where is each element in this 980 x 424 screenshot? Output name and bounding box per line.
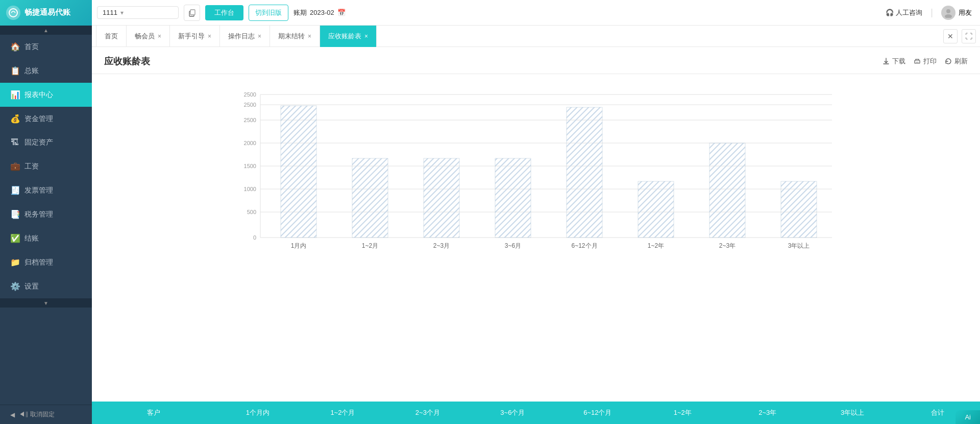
tab-ar-aging[interactable]: 应收账龄表 × [320, 26, 377, 47]
tab-guide-label: 新手引导 [178, 32, 205, 41]
user-area[interactable]: 用友 [941, 6, 972, 20]
sidebar-label-settings: 设置 [24, 282, 39, 291]
headset-icon: 🎧 [886, 9, 894, 16]
ai-badge[interactable]: Ai [955, 410, 980, 424]
sidebar-item-settings[interactable]: ⚙️ 设置 [0, 274, 92, 298]
checkout-icon: ✅ [10, 233, 19, 243]
invoice-icon: 🧾 [10, 185, 19, 195]
sidebar-label-fund: 资金管理 [24, 114, 53, 124]
print-button[interactable]: 打印 [914, 57, 937, 66]
page-actions: 下载 打印 刷新 [883, 57, 968, 66]
tab-ar-aging-close[interactable]: × [364, 33, 368, 39]
report-icon: 📊 [10, 90, 19, 100]
sidebar: ▲ 🏠 首页 📋 总账 📊 报表中心 💰 资金管理 🏗 固定资产 💼 工资 🧾 … [0, 26, 92, 424]
chevron-down-icon: ▾ [120, 9, 124, 16]
svg-point-3 [946, 9, 950, 13]
logo-icon [6, 6, 20, 20]
tab-period-end[interactable]: 期末结转 × [270, 26, 320, 47]
sidebar-scroll-down[interactable]: ▼ [0, 298, 92, 308]
company-selector[interactable]: 1111 ▾ [97, 6, 179, 19]
close-all-button[interactable]: ✕ [943, 29, 958, 43]
svg-text:1~2月: 1~2月 [362, 242, 378, 249]
col-2-3m: 2~3个月 [385, 408, 470, 417]
cancel-fixed-button[interactable]: ◀ ◀‖ 取消固定 [0, 405, 92, 424]
sidebar-item-fund[interactable]: 💰 资金管理 [0, 107, 92, 131]
switch-old-button[interactable]: 切到旧版 [249, 5, 288, 21]
tax-icon: 📑 [10, 209, 19, 219]
calendar-icon[interactable]: 📅 [337, 9, 346, 16]
sidebar-item-asset[interactable]: 🏗 固定资产 [0, 131, 92, 154]
tab-oplog-close[interactable]: × [258, 33, 261, 39]
cancel-fixed-icon: ◀ [10, 411, 15, 418]
download-button[interactable]: 下载 [883, 57, 905, 66]
bar-chart: 0 500 1000 1500 2000 2500 2500 2500 [104, 84, 968, 268]
tab-member[interactable]: 畅会员 × [127, 26, 170, 47]
sidebar-label-archive: 归档管理 [24, 258, 53, 267]
tab-home[interactable]: 首页 [96, 26, 127, 47]
col-1m: 1个月内 [215, 408, 300, 417]
tab-actions: ✕ ⛶ [943, 29, 976, 43]
svg-text:500: 500 [247, 209, 256, 215]
refresh-button[interactable]: 刷新 [945, 57, 968, 66]
svg-text:0: 0 [253, 234, 256, 241]
col-1-2y: 1~2年 [640, 408, 725, 417]
svg-rect-26 [352, 158, 388, 238]
sidebar-item-archive[interactable]: 📁 归档管理 [0, 250, 92, 274]
svg-text:1月内: 1月内 [291, 242, 307, 249]
svg-rect-32 [781, 181, 817, 238]
svg-text:2500: 2500 [244, 91, 256, 98]
print-label: 打印 [923, 57, 937, 66]
consult-label: 人工咨询 [896, 8, 922, 17]
cancel-fixed-label: ◀‖ 取消固定 [19, 410, 55, 419]
sidebar-item-invoice[interactable]: 🧾 发票管理 [0, 178, 92, 202]
sidebar-label-home: 首页 [24, 42, 39, 52]
sidebar-label-asset: 固定资产 [24, 138, 53, 147]
tab-oplog[interactable]: 操作日志 × [220, 26, 270, 47]
tab-home-label: 首页 [105, 32, 118, 41]
consult-button[interactable]: 🎧 人工咨询 [886, 8, 922, 17]
period-value: 2023-02 [310, 9, 334, 16]
asset-icon: 🏗 [10, 138, 19, 147]
svg-text:1500: 1500 [244, 163, 256, 169]
col-6-12m: 6~12个月 [555, 408, 640, 417]
salary-icon: 💼 [10, 161, 19, 171]
sidebar-item-tax[interactable]: 📑 税务管理 [0, 202, 92, 226]
ledger-icon: 📋 [10, 66, 19, 76]
tab-member-close[interactable]: × [158, 33, 161, 39]
sidebar-label-report: 报表中心 [24, 90, 53, 100]
logo-area: 畅捷通易代账 [0, 0, 92, 26]
col-2-3y: 2~3年 [725, 408, 810, 417]
sidebar-scroll-up[interactable]: ▲ [0, 26, 92, 35]
sidebar-item-checkout[interactable]: ✅ 结账 [0, 226, 92, 250]
svg-text:3~6月: 3~6月 [505, 242, 521, 249]
content-area: 首页 畅会员 × 新手引导 × 操作日志 × 期末结转 × 应收账龄表 × [92, 26, 980, 424]
table-header-bar: 客户 1个月内 1~2个月 2~3个月 3~6个月 6~12个月 1~2年 2~… [92, 402, 980, 424]
sidebar-label-salary: 工资 [24, 162, 39, 171]
tab-period-end-close[interactable]: × [308, 33, 311, 39]
sidebar-item-salary[interactable]: 💼 工资 [0, 154, 92, 178]
tab-period-end-label: 期末结转 [278, 32, 305, 41]
chart-wrapper: 0 500 1000 1500 2000 2500 2500 2500 [104, 84, 968, 268]
svg-text:1~2年: 1~2年 [648, 242, 664, 249]
sidebar-item-report[interactable]: 📊 报表中心 [0, 83, 92, 107]
tab-guide[interactable]: 新手引导 × [170, 26, 220, 47]
page-content: 应收账龄表 下载 打印 刷新 [92, 47, 980, 424]
company-name: 1111 [103, 9, 117, 16]
tab-guide-close[interactable]: × [208, 33, 211, 39]
user-name: 用友 [959, 8, 972, 17]
copy-button[interactable] [184, 5, 200, 21]
maximize-button[interactable]: ⛶ [962, 29, 976, 43]
svg-rect-28 [495, 158, 531, 238]
refresh-label: 刷新 [954, 57, 968, 66]
tab-member-label: 畅会员 [135, 32, 155, 41]
tab-ar-aging-label: 应收账龄表 [328, 32, 361, 41]
period-area: 账期 2023-02 📅 [293, 8, 346, 17]
sidebar-item-ledger[interactable]: 📋 总账 [0, 59, 92, 83]
workbench-button[interactable]: 工作台 [205, 5, 243, 20]
svg-text:2~3年: 2~3年 [719, 242, 736, 249]
svg-rect-30 [638, 181, 674, 238]
top-header: 畅捷通易代账 1111 ▾ 工作台 切到旧版 账期 2023-02 📅 🎧 人工… [0, 0, 980, 26]
sidebar-item-home[interactable]: 🏠 首页 [0, 35, 92, 59]
svg-text:2500: 2500 [244, 102, 256, 108]
period-label: 账期 [293, 8, 307, 17]
